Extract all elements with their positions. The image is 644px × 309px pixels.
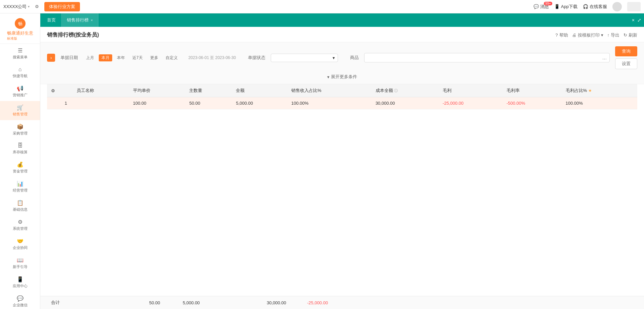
- row-settings: [47, 97, 59, 109]
- sidebar-icon-quick-nav: ⌂: [18, 66, 22, 72]
- footer-gross: -25,000.00: [303, 300, 332, 305]
- sidebar-label-base-info: 基础信息: [13, 207, 28, 212]
- shortcut-custom[interactable]: 自定义: [163, 54, 180, 61]
- goods-filter-label: 商品: [350, 55, 359, 61]
- expand-row: ▾ 展开更多条件: [47, 71, 637, 80]
- table-row: 1 100.00 50.00 5,000.00 100.00% 30,000.0…: [47, 97, 637, 109]
- tab-close-window-icon[interactable]: ×: [632, 17, 635, 23]
- sidebar-item-marketing[interactable]: 📢 营销推广: [0, 82, 40, 101]
- sidebar-item-search[interactable]: ☰ 搜索菜单: [0, 44, 40, 63]
- trial-button[interactable]: 体验行业方案: [44, 2, 80, 11]
- data-table: ⚙ 员工名称 平均单价 主数量 全额 销售收入占比% 成本全额 ⓘ 毛利 毛利率: [47, 84, 637, 109]
- query-button[interactable]: 查询: [615, 46, 637, 56]
- th-avg-price: 平均单价: [129, 84, 185, 97]
- online-service-button[interactable]: 🎧 在线客服: [583, 4, 607, 10]
- shortcut-this-year[interactable]: 本年: [114, 54, 128, 61]
- help-label: 帮助: [559, 32, 568, 38]
- sidebar-item-operations[interactable]: 📊 经营管理: [0, 177, 40, 196]
- row-qty: 50.00: [185, 97, 232, 109]
- th-settings[interactable]: ⚙: [47, 84, 59, 97]
- refresh-icon: ↻: [624, 33, 627, 38]
- online-service-label: 在线客服: [590, 4, 607, 10]
- shortcut-7-days[interactable]: 近7天: [130, 54, 145, 61]
- sidebar-item-inventory[interactable]: 🗄 库存核算: [0, 139, 40, 158]
- sidebar-item-app-center[interactable]: 📱 应用中心: [0, 273, 40, 292]
- sidebar-icon-guide: 📖: [17, 257, 24, 263]
- print-icon: 🖨: [572, 33, 576, 38]
- top-right-actions: 💬 消息 99+ 📱 App下载 🎧 在线客服: [533, 2, 641, 11]
- sidebar-icon-inventory: 🗄: [17, 143, 23, 149]
- footer-values: 50.00 5,000.00 30,000.00 -25,000.00: [145, 300, 633, 305]
- svg-text:畅: 畅: [18, 21, 22, 26]
- sidebar-item-guide[interactable]: 📖 新手引导: [0, 254, 40, 273]
- status-select[interactable]: ▾: [271, 54, 338, 62]
- sidebar-icon-search: ☰: [18, 47, 23, 54]
- goods-dots[interactable]: ...: [602, 55, 607, 61]
- sidebar-item-quick-nav[interactable]: ⌂ 快捷导航: [0, 63, 40, 82]
- tab-maximize-icon[interactable]: ⤢: [637, 17, 641, 23]
- sidebar-item-base-info[interactable]: 📋 基础信息: [0, 196, 40, 215]
- template-print-button[interactable]: 🖨 按模板打印 ▾: [572, 32, 603, 38]
- avatar[interactable]: [612, 2, 622, 11]
- message-badge: 99+: [544, 2, 552, 5]
- footer-total-label: 合计: [51, 300, 145, 306]
- shortcut-last-month[interactable]: 上月: [83, 54, 97, 61]
- sidebar-icon-collab: 🤝: [17, 238, 24, 244]
- message-button[interactable]: 💬 消息 99+: [533, 4, 549, 10]
- tab-sales-ranking[interactable]: 销售排行榜 ×: [61, 13, 98, 27]
- th-gross: 毛利: [439, 84, 503, 97]
- shortcut-more[interactable]: 更多: [147, 54, 161, 61]
- message-icon: 💬: [533, 4, 539, 9]
- row-gross-rate: -500.00%: [503, 97, 562, 109]
- filter-row-1: › 单据日期 上月 本月 本年 近7天 更多 自定义 2023-06-01 至 …: [47, 46, 637, 69]
- th-sales-pct: 销售收入占比%: [287, 84, 372, 97]
- footer-sales-pct: [219, 300, 263, 305]
- sidebar: 畅 畅康通好生意 标准版 ☰ 搜索菜单 ⌂ 快捷导航 📢 营销推广 🛒 销售管理…: [0, 13, 40, 309]
- goods-input[interactable]: ...: [364, 53, 610, 62]
- table-area: ⚙ 员工名称 平均单价 主数量 全额 销售收入占比% 成本全额 ⓘ 毛利 毛利率: [40, 84, 644, 296]
- sidebar-item-collab[interactable]: 🤝 企业协同: [0, 235, 40, 254]
- sidebar-item-finance[interactable]: 💰 资金管理: [0, 158, 40, 177]
- cost-help-icon[interactable]: ⓘ: [394, 89, 398, 93]
- main-layout: 畅 畅康通好生意 标准版 ☰ 搜索菜单 ⌂ 快捷导航 📢 营销推广 🛒 销售管理…: [0, 13, 644, 309]
- company-settings-icon[interactable]: ⚙: [32, 2, 42, 11]
- refresh-label: 刷新: [629, 32, 637, 38]
- app-download-label: App下载: [561, 4, 577, 10]
- export-icon: ↑: [607, 33, 610, 38]
- sidebar-item-wechat[interactable]: 💬 企业微信: [0, 292, 40, 309]
- row-sales-pct: 100.00%: [287, 97, 372, 109]
- export-button[interactable]: ↑ 导出: [607, 32, 620, 38]
- sidebar-item-purchase[interactable]: 📦 采购管理: [0, 120, 40, 139]
- sidebar-item-system[interactable]: ⚙ 系统管理: [0, 215, 40, 235]
- company-selector[interactable]: XXXXX公司 ▾: [3, 4, 30, 10]
- sidebar-item-sales[interactable]: 🛒 销售管理: [0, 101, 40, 120]
- sidebar-icon-purchase: 📦: [17, 123, 24, 130]
- tab-close-icon[interactable]: ×: [91, 18, 93, 22]
- expand-conditions-btn[interactable]: ▾ 展开更多条件: [327, 74, 357, 80]
- row-gross-pct: 100.00%: [562, 97, 638, 109]
- user-name-area[interactable]: [627, 2, 641, 11]
- sidebar-label-purchase: 采购管理: [13, 131, 28, 136]
- sidebar-icon-base-info: 📋: [17, 200, 24, 206]
- row-amount: 5,000.00: [232, 97, 287, 109]
- sidebar-label-collab: 企业协同: [13, 245, 28, 250]
- footer-qty: 50.00: [145, 300, 179, 305]
- filter-toggle-btn[interactable]: ›: [47, 54, 55, 62]
- tab-home[interactable]: 首页: [42, 13, 61, 27]
- help-button[interactable]: ? 帮助: [555, 32, 568, 38]
- th-amount: 全额: [232, 84, 287, 97]
- sidebar-icon-marketing: 📢: [17, 85, 24, 92]
- sidebar-icon-sales: 🛒: [17, 104, 24, 111]
- company-chevron: ▾: [28, 5, 30, 8]
- app-download-button[interactable]: 📱 App下载: [554, 4, 577, 10]
- page-content: 销售排行榜(按业务员) ? 帮助 🖨 按模板打印 ▾ ↑ 导出: [40, 27, 644, 309]
- app-logo-icon: 畅: [14, 17, 26, 30]
- date-filter-label: 单据日期: [60, 55, 78, 61]
- shortcut-this-month[interactable]: 本月: [99, 54, 112, 61]
- gross-pct-star-icon: ★: [588, 88, 592, 93]
- sidebar-label-system: 系统管理: [13, 226, 28, 231]
- phone-icon: 📱: [554, 4, 560, 9]
- tab-bar-right: × ⤢: [632, 17, 644, 23]
- filter-settings-button[interactable]: 设置: [615, 58, 637, 69]
- refresh-button[interactable]: ↻ 刷新: [624, 32, 637, 38]
